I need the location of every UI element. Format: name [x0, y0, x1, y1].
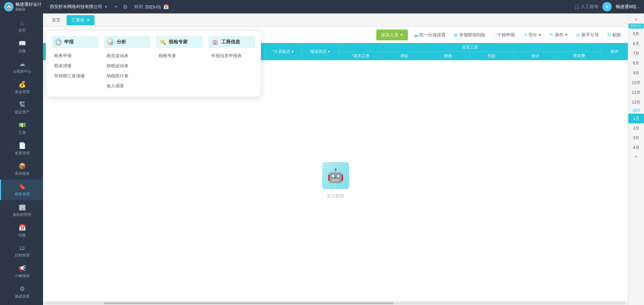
social-security-button[interactable]: ☁ 统一社保设置	[411, 31, 448, 39]
company-dropdown-icon: ▼	[104, 5, 108, 9]
menu-item-income-tax-clearance[interactable]: 所得税汇算清缴	[51, 71, 99, 81]
user-name: 畅捷通B组...	[616, 4, 640, 10]
timeline-month-12[interactable]: 12月	[628, 98, 644, 107]
top-header: 🏠 畅捷通好会计 旗舰版 西安虾米网络科技有限公司 ▼ + ⚙ 账期 2023-…	[0, 0, 644, 13]
menu-item-tax-filing[interactable]: 税务申报	[51, 51, 99, 61]
th-pension: 养老费	[557, 52, 601, 60]
menu-item-income-estimate[interactable]: 收入测算	[104, 81, 151, 91]
tax-report-button[interactable]: □ 个税申报	[491, 31, 518, 39]
tab-bar: 首页 工资表 ✕	[43, 13, 628, 27]
special-deduction-icon: ⊕	[454, 32, 458, 38]
cloud-icon: ☁	[19, 60, 25, 68]
status-filter-icon[interactable]: ▼	[291, 50, 294, 53]
sidebar-item-tax[interactable]: 🔖 税务管理	[0, 180, 43, 200]
th-allowance: 津贴	[383, 52, 426, 60]
dropdown-section-gongshang: 🏢 工商信息 年报信息申报表	[209, 36, 256, 91]
section-title-shuijian: 🔍 税检专家	[156, 36, 203, 48]
timeline-month-9[interactable]: 9月	[628, 68, 644, 78]
tab-salary-table[interactable]: 工资表 ✕	[67, 15, 94, 25]
export-icon: ↗	[523, 32, 527, 38]
menu-item-tax-expert[interactable]: 税检专家	[156, 51, 203, 61]
timeline-month-7[interactable]: 7月	[628, 49, 644, 59]
menu-item-tax-stats[interactable]: 纳税统计表	[104, 71, 151, 81]
th-salary-sub-row: *基本工资 津贴 绩效 扣款 合计 养老费	[339, 52, 601, 60]
salary-icon: 💵	[18, 121, 26, 129]
th-salary-group: 应发工资 *基本工资 津贴 绩效 扣款 合计	[339, 43, 601, 60]
timeline-month-3[interactable]: 3月	[628, 133, 644, 143]
timeline-month-5[interactable]: 5月	[628, 29, 644, 39]
scroll-thumb[interactable]	[104, 302, 393, 304]
sidebar-item-ledger[interactable]: 📖 总账	[0, 36, 43, 57]
timeline-month-2[interactable]: 2月	[628, 123, 644, 133]
operate-button[interactable]: ✎ 操作 ▼	[547, 31, 571, 39]
sidebar-item-home[interactable]: ⌂ 首页	[0, 16, 43, 36]
timeline-nav-down[interactable]: ▼	[633, 153, 640, 161]
sidebar-item-close[interactable]: 📅 结账	[0, 221, 43, 241]
special-deduction-button[interactable]: ⊕ 专项附加扣除	[451, 31, 488, 39]
dropdown-menu: 📋 申报 税务申报 税表清册 所得税汇算清缴 📊 分析 税负波动表	[46, 30, 261, 97]
menu-item-pay-fluctuation[interactable]: 纳税波动表	[104, 61, 151, 71]
sidebar-item-multi-org[interactable]: 🏢 多机构管理	[0, 200, 43, 221]
period-calendar-icon[interactable]: 📅	[163, 4, 169, 9]
logo-text: 畅捷通好会计	[15, 2, 42, 7]
header-actions: + ⚙	[113, 3, 129, 11]
timeline-month-4[interactable]: 4月	[628, 143, 644, 153]
timeline-month-11[interactable]: 11月	[628, 88, 644, 98]
section-title-shenbao: 📋 申报	[51, 36, 99, 48]
service-button[interactable]: 🎧 人工咨询	[574, 4, 598, 10]
shenbao-section-icon: 📋	[54, 38, 62, 46]
timeline-month-8[interactable]: 8月	[628, 59, 644, 68]
sidebar-item-inventory[interactable]: 📦 库存核算	[0, 159, 43, 180]
period-label: 账期	[134, 4, 143, 10]
add-person-button[interactable]: 添加人员 ▼	[376, 30, 408, 40]
report-filter-icon[interactable]: ▼	[327, 50, 330, 53]
settings-button[interactable]: ⚙	[121, 3, 129, 11]
close-period-icon: 📅	[18, 224, 26, 231]
th-salary-group-label: 应发工资	[339, 43, 601, 52]
company-selector[interactable]: 西安虾米网络科技有限公司 ▼	[50, 4, 108, 10]
sidebar-item-invoice[interactable]: 📄 发票管理	[0, 139, 43, 159]
timeline-nav-up[interactable]: ▲	[633, 15, 640, 23]
period-area: 账期 2023-01 📅	[134, 4, 169, 10]
guide-button[interactable]: ◎ 新手引导	[573, 31, 602, 39]
sidebar-item-salary[interactable]: 💵 工资	[0, 118, 43, 139]
period-value: 2023-01	[145, 4, 161, 9]
dropdown-section-shenbao: 📋 申报 税务申报 税表清册 所得税汇算清缴	[51, 36, 99, 91]
ledger-icon: 📖	[18, 40, 26, 47]
th-total: 合计	[514, 52, 557, 60]
export-button[interactable]: ↗ 导出 ▼	[520, 31, 544, 39]
guide-icon: ◎	[576, 32, 580, 38]
settings-nav-icon: ⚙	[20, 285, 25, 293]
sidebar-item-xiaochang[interactable]: 📢 小畅报销	[0, 261, 43, 282]
tax-report-icon: □	[493, 32, 496, 38]
timeline-month-6[interactable]: 6月	[628, 39, 644, 49]
menu-item-annual-report[interactable]: 年报信息申报表	[209, 51, 256, 61]
service-label: 人工咨询	[581, 4, 598, 10]
bottom-scrollbar[interactable]	[43, 301, 628, 305]
dropdown-section-fenxi: 📊 分析 税负波动表 纳税波动表 纳税统计表 收入测算	[104, 36, 151, 91]
tab-home[interactable]: 首页	[47, 15, 65, 25]
refresh-button[interactable]: ↻ 刷新	[604, 31, 624, 39]
tab-close-icon[interactable]: ✕	[86, 18, 90, 23]
add-company-button[interactable]: +	[113, 3, 119, 10]
sidebar-item-fund[interactable]: 💰 资金管理	[0, 77, 43, 98]
th-action: 操作	[601, 43, 628, 60]
fenxi-section-icon: 📊	[107, 38, 115, 46]
timeline-month-10[interactable]: 10月	[628, 78, 644, 88]
section-title-gongshang: 🏢 工商信息	[209, 36, 256, 48]
add-person-dropdown-icon: ▼	[400, 33, 403, 37]
sidebar-item-cloud-report[interactable]: ☁ 云报表中心	[0, 57, 43, 77]
fund-icon: 💰	[18, 81, 26, 88]
sidebar-item-fixed-assets[interactable]: 🏗 固定资产	[0, 98, 43, 118]
scroll-track[interactable]	[46, 302, 625, 304]
sidebar-item-newbie[interactable]: 🆕 新手引导	[0, 302, 43, 305]
multi-org-icon: 🏢	[18, 203, 26, 211]
sidebar: ⌂ 首页 📖 总账 ☁ 云报表中心 💰 资金管理 🏗 固定资产 💵 工资 📄 发…	[0, 13, 43, 305]
sidebar-item-archive[interactable]: 🗂 归档管理	[0, 241, 43, 261]
logo-sub: 旗舰版	[15, 7, 42, 12]
sidebar-item-settings[interactable]: ⚙ 基础设置	[0, 282, 43, 302]
th-performance: 绩效	[426, 52, 470, 60]
menu-item-tax-table[interactable]: 税表清册	[51, 61, 99, 71]
menu-item-tax-fluctuation[interactable]: 税负波动表	[104, 51, 151, 61]
timeline-month-1-active[interactable]: 1月	[628, 114, 644, 123]
